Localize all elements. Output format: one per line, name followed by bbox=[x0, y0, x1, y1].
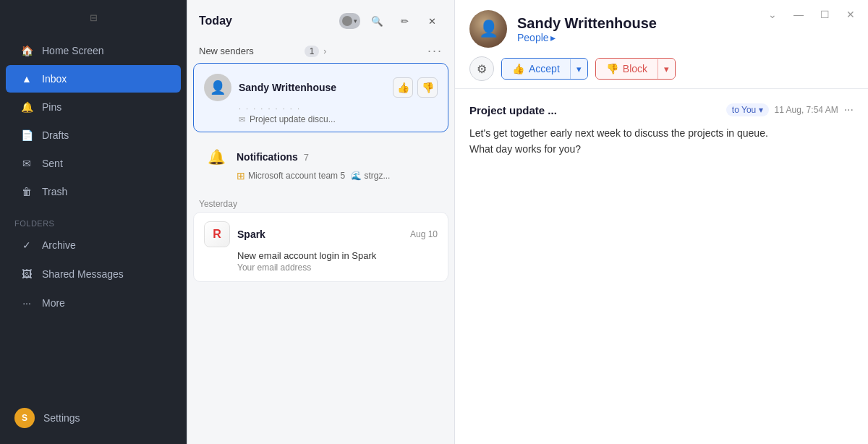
email-card-header: 👤 Sandy Writtenhouse 👍 👎 bbox=[204, 74, 438, 101]
bell-icon: 🔔 bbox=[20, 101, 33, 114]
notifications-card[interactable]: 🔔 Notifications 7 ⊞ Microsoft account te… bbox=[193, 137, 448, 189]
yesterday-label: Yesterday bbox=[193, 192, 448, 212]
sidebar-item-label: Shared Messages bbox=[42, 268, 124, 280]
email-content-header: Project update ... to You ▾ 11 Aug, 7:54… bbox=[469, 103, 854, 116]
close-button[interactable]: ✕ bbox=[421, 10, 443, 32]
email-subject: Project update ... bbox=[469, 104, 720, 116]
sidebar-item-label: Pins bbox=[42, 101, 61, 113]
sidebar-toggle-icon[interactable]: ⊟ bbox=[82, 9, 104, 26]
sidebar-item-shared-messages[interactable]: 🖼 Shared Messages bbox=[6, 260, 181, 288]
sent-icon: ✉ bbox=[20, 157, 33, 170]
contact-actions: ⚙ 👍 Accept ▾ 👎 Block ▾ bbox=[469, 56, 854, 81]
spark-address: Your email address bbox=[237, 262, 438, 273]
avatar: S bbox=[14, 408, 35, 428]
to-you-badge[interactable]: to You ▾ bbox=[726, 103, 769, 116]
settings-gear-button[interactable]: ⚙ bbox=[469, 56, 494, 81]
close-window-button[interactable]: ✕ bbox=[839, 6, 862, 23]
sidebar-item-archive[interactable]: ✓ Archive bbox=[6, 231, 181, 259]
panel-title: Today bbox=[199, 14, 333, 27]
shared-icon: 🖼 bbox=[20, 268, 33, 281]
block-button[interactable]: 👎 Block bbox=[596, 59, 658, 79]
email-detail-panel: ⌄ — ☐ ✕ 👤 Sandy Writtenhouse People ▸ bbox=[454, 0, 868, 444]
sidebar: ⊟ 🏠 Home Screen ▲ Inbox 🔔 Pins 📄 Drafts … bbox=[0, 0, 187, 444]
gear-icon: ⚙ bbox=[477, 62, 487, 76]
drafts-icon: 📄 bbox=[20, 129, 33, 142]
spark-sender: Spark bbox=[237, 229, 403, 240]
contact-info: Sandy Writtenhouse People ▸ bbox=[517, 15, 657, 43]
toggle-chevron-icon: ▾ bbox=[354, 17, 357, 25]
sidebar-item-drafts[interactable]: 📄 Drafts bbox=[6, 121, 181, 149]
minimize-icon: — bbox=[793, 9, 804, 20]
email-addr-row: · · · · · · · · · bbox=[239, 104, 438, 113]
block-button-group: 👎 Block ▾ bbox=[595, 58, 676, 80]
more-icon: ··· bbox=[20, 296, 33, 309]
thumbs-up-button[interactable]: 👍 bbox=[393, 77, 413, 98]
sidebar-item-label: Archive bbox=[42, 239, 76, 251]
minimize-button[interactable]: — bbox=[787, 6, 810, 23]
toggle-dot bbox=[342, 16, 352, 26]
email-body-line1: Let's get together early next week to di… bbox=[469, 125, 854, 141]
email-body-line2: What day works for you? bbox=[469, 141, 854, 157]
home-icon: 🏠 bbox=[20, 44, 33, 57]
search-icon: 🔍 bbox=[371, 16, 383, 27]
email-content: Project update ... to You ▾ 11 Aug, 7:54… bbox=[455, 89, 868, 444]
sidebar-item-label: More bbox=[42, 297, 65, 309]
email-date: 11 Aug, 7:54 AM bbox=[775, 105, 838, 115]
settings-item[interactable]: S Settings bbox=[6, 401, 181, 435]
sidebar-item-more[interactable]: ··· More bbox=[6, 289, 181, 317]
notif-senders: ⊞ Microsoft account team 5 🌊 strgz... bbox=[237, 170, 438, 182]
main-header: Today ▾ 🔍 ✏ ✕ bbox=[187, 0, 454, 39]
window-controls: ⌄ — ☐ ✕ bbox=[761, 6, 862, 23]
sidebar-item-inbox[interactable]: ▲ Inbox bbox=[6, 65, 181, 93]
sidebar-item-label: Inbox bbox=[42, 73, 67, 85]
spark-header: R Spark Aug 10 bbox=[204, 221, 438, 247]
accept-button[interactable]: 👍 Accept bbox=[502, 59, 570, 79]
email-card-sandy[interactable]: 👤 Sandy Writtenhouse 👍 👎 · · · · · · · ·… bbox=[193, 63, 448, 132]
avatar: 👤 bbox=[204, 74, 231, 101]
new-senders-label: New senders bbox=[199, 46, 300, 56]
email-sender: Sandy Writtenhouse bbox=[239, 82, 386, 93]
email-more-button[interactable]: ··· bbox=[844, 103, 854, 116]
sidebar-item-label: Sent bbox=[42, 158, 63, 169]
sidebar-item-sent[interactable]: ✉ Sent bbox=[6, 150, 181, 177]
email-body: Let's get together early next week to di… bbox=[469, 125, 854, 158]
spark-email-card[interactable]: R Spark Aug 10 New email account login i… bbox=[193, 212, 448, 282]
people-link[interactable]: People ▸ bbox=[517, 32, 657, 43]
email-preview-row: ✉ Project update discu... bbox=[239, 114, 438, 124]
search-button[interactable]: 🔍 bbox=[366, 10, 388, 32]
email-preview: Project update discu... bbox=[250, 114, 336, 124]
sidebar-item-label: Home Screen bbox=[42, 45, 104, 56]
notifications-icon: 🔔 bbox=[203, 144, 229, 170]
chevron-down-icon: ⌄ bbox=[768, 9, 777, 20]
accept-dropdown-button[interactable]: ▾ bbox=[570, 59, 587, 79]
new-senders-chevron-icon[interactable]: › bbox=[323, 46, 326, 56]
sidebar-item-label: Trash bbox=[42, 186, 67, 197]
sidebar-item-trash[interactable]: 🗑 Trash bbox=[6, 178, 181, 205]
close-icon: ✕ bbox=[846, 9, 855, 20]
notif-sender: Notifications 7 bbox=[237, 151, 309, 163]
folders-label: Folders bbox=[0, 212, 187, 231]
new-senders-more-button[interactable]: ··· bbox=[427, 43, 443, 59]
thumbs-down-button[interactable]: 👎 bbox=[417, 77, 438, 98]
spark-subject: New email account login in Spark bbox=[237, 250, 438, 261]
maximize-icon: ☐ bbox=[820, 9, 830, 20]
collapse-button[interactable]: ⌄ bbox=[761, 6, 784, 23]
trash-icon: 🗑 bbox=[20, 185, 33, 198]
sidebar-item-home[interactable]: 🏠 Home Screen bbox=[6, 37, 181, 64]
notif-header: 🔔 Notifications 7 bbox=[203, 144, 438, 170]
email-list: 👤 Sandy Writtenhouse 👍 👎 · · · · · · · ·… bbox=[187, 63, 454, 444]
view-toggle[interactable]: ▾ bbox=[339, 13, 360, 29]
maximize-button[interactable]: ☐ bbox=[813, 6, 836, 23]
sidebar-item-label: Drafts bbox=[42, 129, 69, 141]
edit-button[interactable]: ✏ bbox=[393, 10, 415, 32]
block-dropdown-button[interactable]: ▾ bbox=[658, 59, 675, 79]
sidebar-item-pins[interactable]: 🔔 Pins bbox=[6, 93, 181, 121]
thumbs-up-icon: 👍 bbox=[512, 63, 524, 74]
envelope-icon: ✉ bbox=[239, 115, 245, 124]
thumbs-down-icon: 👎 bbox=[422, 82, 434, 93]
avatar-image: 👤 bbox=[469, 10, 507, 48]
thumbs-down-icon: 👎 bbox=[606, 63, 618, 74]
sidebar-win-ctrl: ⊟ bbox=[0, 0, 187, 30]
people-chevron-icon: ▸ bbox=[550, 32, 556, 43]
contact-name: Sandy Writtenhouse bbox=[517, 15, 657, 32]
